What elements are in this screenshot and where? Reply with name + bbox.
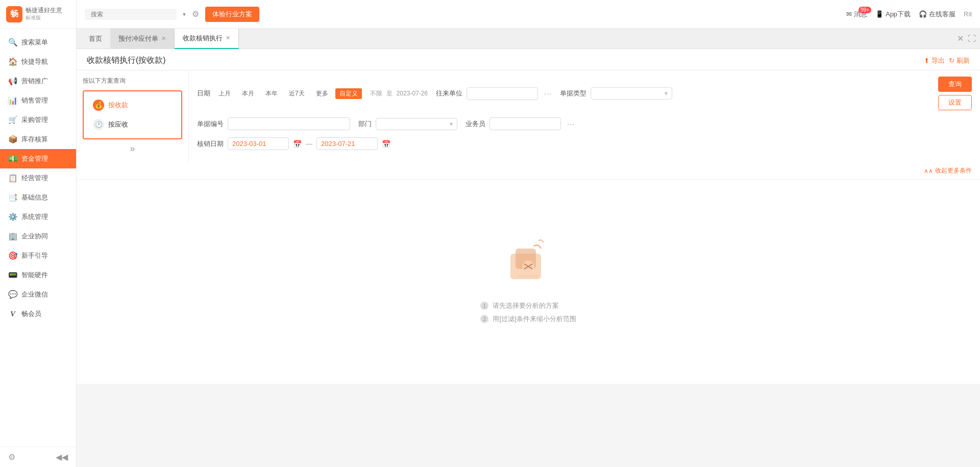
page-title: 收款核销执行(按收款) (87, 55, 166, 66)
settings-bottom-icon[interactable]: ⚙ (8, 452, 15, 462)
info-icon: 📑 (8, 193, 17, 202)
guide-icon: 🎯 (8, 251, 17, 260)
sidebar-item-label: 采购管理 (21, 115, 48, 125)
filter-option-by-receivable[interactable]: 🕐 按应收 (88, 115, 177, 134)
online-service-button[interactable]: 🎧 在线客服 (919, 10, 955, 19)
tab-collection[interactable]: 收款核销执行 ✕ (175, 29, 239, 49)
filter-scheme-box: 💰 按收款 🕐 按应收 (83, 90, 182, 139)
filter-fields: 日期 上月 本月 本年 近7天 更多 自定义 不限 至 2023 (189, 70, 980, 163)
partner-filter-item: 往来单位 ··· (436, 87, 552, 100)
verify-date-label: 核销日期 (197, 139, 224, 149)
page-header: 收款核销执行(按收款) ⬆ 导出 ↻ 刷新 (77, 49, 980, 70)
logo-text-area: 畅捷通好生意 标准版 (26, 7, 62, 22)
sidebar-item-member[interactable]: V 畅会员 (0, 304, 76, 324)
sidebar-item-label: 基础信息 (21, 193, 48, 202)
doc-no-input[interactable] (228, 117, 350, 130)
chevron-down-icon: ▾ (665, 90, 668, 97)
sidebar-item-finance[interactable]: 💵 资金管理 (0, 149, 76, 168)
sidebar-item-nav[interactable]: 🏠 快捷导航 (0, 52, 76, 71)
refresh-button[interactable]: ↻ 刷新 (949, 56, 970, 65)
calendar-end-icon[interactable]: 📅 (382, 140, 390, 148)
app-download-button[interactable]: 📱 App下载 (875, 10, 911, 19)
doc-type-select[interactable]: ▾ (591, 87, 672, 100)
staff-dots-icon[interactable]: ··· (567, 120, 575, 128)
logo-icon: 畅 (6, 6, 22, 22)
user-name-label: Rit (964, 10, 972, 18)
sidebar-item-label: 销售管理 (21, 96, 48, 105)
verify-date-end-input[interactable] (316, 137, 378, 150)
date-last-month-button[interactable]: 上月 (214, 88, 235, 99)
tab-home[interactable]: 首页 (81, 29, 110, 49)
sidebar-item-label: 库存核算 (21, 135, 48, 144)
tab-collection-label: 收款核销执行 (183, 34, 223, 43)
sidebar-item-label: 新手引导 (21, 251, 48, 260)
maximize-button[interactable]: ⛶ (968, 34, 976, 43)
doc-type-label: 单据类型 (560, 89, 586, 98)
industry-solution-button[interactable]: 体验行业方案 (205, 7, 259, 22)
sidebar-item-system[interactable]: ⚙️ 系统管理 (0, 207, 76, 227)
sidebar-item-marketing[interactable]: 📢 营销推广 (0, 71, 76, 91)
filter-panel: 按以下方案查询 💰 按收款 🕐 按应收 » (77, 70, 980, 163)
chevron-down-icon-2: ▾ (450, 120, 453, 128)
sales-icon: 📊 (8, 96, 17, 105)
sidebar-item-label: 畅会员 (21, 309, 41, 318)
search-icon: 🔍 (8, 38, 17, 47)
search-input[interactable] (85, 9, 177, 20)
tab-prepay-close-icon[interactable]: ✕ (161, 35, 166, 42)
refresh-label: 刷新 (957, 56, 970, 65)
page-header-actions: ⬆ 导出 ↻ 刷新 (924, 56, 970, 65)
inventory-icon: 📦 (8, 135, 17, 144)
settings-button[interactable]: 设置 (938, 95, 972, 110)
sidebar-item-search[interactable]: 🔍 搜索菜单 (0, 33, 76, 52)
sidebar-item-sales[interactable]: 📊 销售管理 (0, 91, 76, 110)
filter-option-by-payment[interactable]: 💰 按收款 (88, 95, 177, 115)
tab-collection-close-icon[interactable]: ✕ (226, 35, 230, 41)
collab-icon: 🏢 (8, 232, 17, 241)
sidebar-item-guide[interactable]: 🎯 新手引导 (0, 246, 76, 265)
sidebar-item-inventory[interactable]: 📦 库存核算 (0, 130, 76, 149)
export-button[interactable]: ⬆ 导出 (924, 56, 945, 65)
filter-action-buttons: 查询 设置 (938, 77, 972, 110)
sidebar-item-purchase[interactable]: 🛒 采购管理 (0, 110, 76, 130)
staff-filter-item: 业务员 ··· (465, 117, 575, 130)
topbar: ▾ ⚙ 体验行业方案 ✉ 消息 99+ 📱 App下载 🎧 在线客服 Rit (77, 0, 980, 29)
staff-input[interactable] (489, 117, 561, 130)
date-more-button[interactable]: 更多 (312, 88, 332, 99)
tabs-actions: ✕ ⛶ (957, 34, 980, 43)
date-to-label: 至 (386, 89, 393, 98)
filter-row-1: 日期 上月 本月 本年 近7天 更多 自定义 不限 至 2023 (197, 77, 972, 110)
sidebar-item-management[interactable]: 📋 经营管理 (0, 168, 76, 188)
close-tab-button[interactable]: ✕ (957, 34, 964, 43)
logo-area: 畅 畅捷通好生意 标准版 (0, 0, 76, 29)
partner-input[interactable] (467, 87, 538, 100)
sidebar-item-hardware[interactable]: 📟 智能硬件 (0, 265, 76, 285)
tab-prepay[interactable]: 预付冲应付单 ✕ (110, 29, 175, 49)
wechat-icon: 💬 (8, 290, 17, 299)
sidebar-item-label: 系统管理 (21, 212, 48, 222)
collapse-more-button[interactable]: ∧∧ 收起更多条件 (924, 166, 972, 175)
collapse-left-button[interactable]: » (83, 143, 182, 154)
gear-icon[interactable]: ⚙ (192, 9, 199, 19)
date-this-month-button[interactable]: 本月 (238, 88, 258, 99)
date-7days-button[interactable]: 近7天 (285, 88, 309, 99)
sidebar-item-wechat[interactable]: 💬 企业微信 (0, 285, 76, 304)
logo-badge: 标准版 (26, 14, 62, 21)
app-label: App下载 (886, 10, 911, 19)
date-this-year-button[interactable]: 本年 (261, 88, 282, 99)
verify-date-start-input[interactable] (228, 137, 289, 150)
dept-select[interactable]: ▾ (376, 118, 457, 130)
query-button[interactable]: 查询 (938, 77, 972, 92)
export-icon: ⬆ (924, 57, 929, 64)
message-button[interactable]: ✉ 消息 99+ (846, 10, 867, 19)
dropdown-arrow-icon[interactable]: ▾ (183, 11, 186, 18)
home-icon: 🏠 (8, 57, 17, 66)
message-icon: ✉ (846, 10, 852, 18)
calendar-start-icon[interactable]: 📅 (293, 140, 302, 148)
sidebar-item-label: 快捷导航 (21, 57, 48, 66)
sidebar-item-basic-info[interactable]: 📑 基础信息 (0, 188, 76, 207)
collapse-sidebar-icon[interactable]: ◀◀ (56, 452, 68, 462)
partner-dots-icon[interactable]: ··· (544, 89, 552, 97)
tip-text-1: 请先选择要分析的方案 (493, 299, 559, 312)
member-icon: V (8, 310, 17, 318)
sidebar-item-collab[interactable]: 🏢 企业协同 (0, 227, 76, 246)
